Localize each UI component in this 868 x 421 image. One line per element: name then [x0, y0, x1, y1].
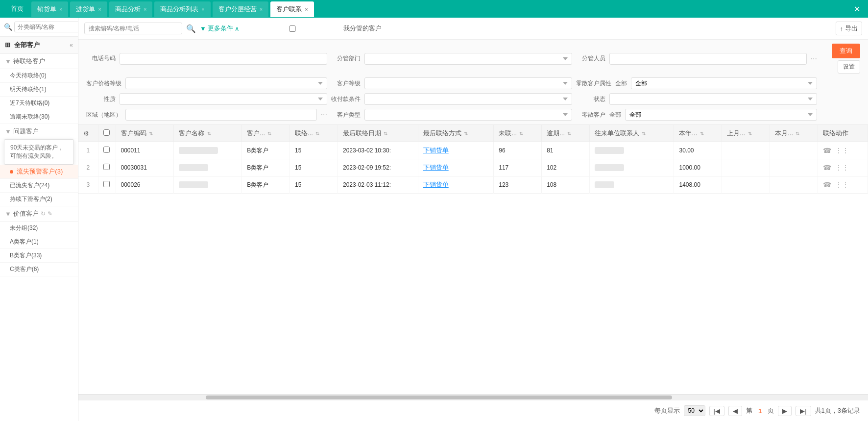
per-page-select[interactable]: 50: [684, 405, 705, 416]
search-input[interactable]: [84, 23, 182, 34]
filter-customer-type-select[interactable]: [364, 109, 572, 121]
th-last-contact-method[interactable]: 最后联络方式 ⇅: [418, 125, 494, 142]
filter-region-more-btn[interactable]: ···: [321, 110, 327, 119]
sidebar-group-pending[interactable]: ▼ 待联络客户: [0, 54, 78, 69]
th-code-sort-icon[interactable]: ⇅: [149, 131, 153, 136]
filter-payment-select[interactable]: [364, 93, 572, 105]
th-name[interactable]: 客户名称 ⇅: [174, 125, 242, 142]
all-customers-header[interactable]: ⊞ 全部客户 «: [0, 37, 78, 54]
row-more-icon-2[interactable]: ⋮⋮: [835, 181, 849, 189]
sidebar-item-7day-contact[interactable]: 近7天待联络(0): [0, 97, 78, 110]
tab-sales[interactable]: 销货单 ×: [31, 1, 68, 17]
row-contact-icon-1[interactable]: ☎: [823, 164, 831, 172]
th-settings[interactable]: ⚙: [78, 125, 98, 142]
th-contact-person[interactable]: 往来单位联系人 ⇅: [590, 125, 674, 142]
sidebar-item-tomorrow-contact[interactable]: 明天待联络(1): [0, 83, 78, 97]
sidebar-item-class-a[interactable]: A类客户(1): [0, 235, 78, 249]
sidebar-item-class-b[interactable]: B类客户(33): [0, 249, 78, 263]
th-this-month-sort-icon[interactable]: ⇅: [796, 131, 799, 136]
filter-nature-select[interactable]: [120, 93, 327, 105]
last-page-button[interactable]: ▶|: [796, 406, 811, 416]
value-refresh-icon[interactable]: ↻: [41, 210, 46, 217]
th-this-year-sort-icon[interactable]: ⇅: [700, 131, 704, 136]
th-last-contact-date-sort-icon[interactable]: ⇅: [384, 131, 387, 136]
filter-status-select[interactable]: [609, 93, 817, 105]
settings-button[interactable]: 设置: [838, 60, 860, 74]
row-select-checkbox-0[interactable]: [103, 147, 110, 153]
row-contact-icon-0[interactable]: ☎: [823, 147, 831, 154]
my-customers-checkbox[interactable]: [243, 25, 341, 32]
home-tab[interactable]: 首页: [4, 0, 30, 18]
sidebar-group-problem[interactable]: ▼ 问题客户: [0, 124, 78, 139]
tab-customer-layer-close[interactable]: ×: [260, 6, 263, 12]
select-all-checkbox[interactable]: [103, 129, 110, 136]
th-overdue[interactable]: 逾期... ⇅: [542, 125, 590, 142]
window-close-button[interactable]: ✕: [850, 2, 864, 16]
th-name-sort-icon[interactable]: ⇅: [207, 131, 211, 136]
sidebar-item-class-c[interactable]: C类客户(6): [0, 263, 78, 276]
row-more-icon-0[interactable]: ⋮⋮: [835, 147, 849, 154]
sidebar-item-ungroup[interactable]: 未分组(32): [0, 222, 78, 235]
filter-price-level-select[interactable]: [125, 77, 327, 89]
row-more-icon-1[interactable]: ⋮⋮: [835, 164, 849, 172]
tab-analysis-list-close[interactable]: ×: [201, 6, 204, 12]
th-contact-person-sort-icon[interactable]: ⇅: [642, 131, 646, 136]
row-last-method-link-0[interactable]: 下销货单: [423, 147, 449, 154]
tab-analysis-list[interactable]: 商品分析列表 ×: [154, 1, 210, 17]
more-filters-button[interactable]: ▼ 更多条件 ∧: [200, 24, 240, 33]
tab-purchase-close[interactable]: ×: [98, 6, 101, 12]
sidebar-item-declining[interactable]: 持续下滑客户(2): [0, 193, 78, 206]
filter-phone-input[interactable]: [120, 53, 327, 65]
tab-purchase[interactable]: 进货单 ×: [70, 1, 107, 17]
filter-person-input[interactable]: [609, 53, 807, 65]
th-this-year[interactable]: 本年... ⇅: [674, 125, 722, 142]
th-type-sort-icon[interactable]: ⇅: [267, 131, 271, 136]
th-type[interactable]: 客户... ⇅: [242, 125, 290, 142]
th-last-month[interactable]: 上月... ⇅: [722, 125, 770, 142]
sidebar-search-input[interactable]: [14, 22, 78, 32]
th-last-contact-date[interactable]: 最后联络日期 ⇅: [338, 125, 418, 142]
row-contact-icon-2[interactable]: ☎: [823, 181, 831, 189]
th-no-contact-sort-icon[interactable]: ⇅: [519, 131, 523, 136]
query-button[interactable]: 查询: [832, 44, 860, 58]
row-overdue-2: 108: [542, 176, 590, 194]
th-overdue-sort-icon[interactable]: ⇅: [567, 131, 571, 136]
sidebar-item-churned[interactable]: 已流失客户(24): [0, 179, 78, 193]
filter-dept-select[interactable]: [364, 53, 572, 65]
sidebar-item-overdue-contact[interactable]: 逾期未联络(30): [0, 110, 78, 124]
th-code[interactable]: 客户编码 ⇅: [116, 125, 174, 142]
first-page-button[interactable]: |◀: [709, 406, 724, 416]
sidebar-item-churn-warning[interactable]: 流失预警客户(3): [0, 165, 78, 179]
th-contact-sort-icon[interactable]: ⇅: [315, 131, 319, 136]
th-this-month[interactable]: 本月... ⇅: [770, 125, 818, 142]
tab-analysis-close[interactable]: ×: [144, 6, 146, 12]
filter-scatter-select[interactable]: 全部: [625, 109, 817, 121]
row-last-method-link-1[interactable]: 下销货单: [423, 164, 449, 171]
sidebar-item-today-contact[interactable]: 今天待联络(0): [0, 69, 78, 83]
filter-scatter-attr-select[interactable]: 全部: [631, 77, 817, 89]
th-last-contact-method-sort-icon[interactable]: ⇅: [464, 131, 468, 136]
filter-person-more-btn[interactable]: ···: [811, 54, 817, 63]
search-button[interactable]: 🔍: [186, 24, 196, 33]
row-select-checkbox-2[interactable]: [103, 181, 110, 187]
tab-sales-close[interactable]: ×: [59, 6, 62, 12]
tab-analysis[interactable]: 商品分析 ×: [109, 1, 152, 17]
sidebar-group-value[interactable]: ▼ 价值客户 ↻ ✎: [0, 206, 78, 222]
filter-customer-level-select[interactable]: [364, 77, 572, 89]
settings-icon[interactable]: ⚙: [83, 130, 89, 137]
horizontal-scrollbar[interactable]: [78, 394, 868, 400]
th-no-contact[interactable]: 未联... ⇅: [494, 125, 542, 142]
prev-page-button[interactable]: ◀: [728, 406, 742, 416]
tab-customer-contact[interactable]: 客户联系 ×: [270, 1, 313, 17]
next-page-button[interactable]: ▶: [778, 406, 792, 416]
value-edit-icon[interactable]: ✎: [48, 210, 52, 217]
tab-customer-layer[interactable]: 客户分层经营 ×: [213, 1, 268, 17]
tab-customer-contact-close[interactable]: ×: [305, 6, 308, 12]
th-last-month-sort-icon[interactable]: ⇅: [748, 131, 752, 136]
filter-region-input[interactable]: [125, 109, 317, 121]
export-button[interactable]: ↑ 导出: [836, 22, 863, 35]
th-contact[interactable]: 联络... ⇅: [290, 125, 338, 142]
table-header-row: ⚙ 客户编码 ⇅ 客户名称 ⇅: [78, 125, 868, 142]
row-select-checkbox-1[interactable]: [103, 164, 110, 170]
row-last-method-link-2[interactable]: 下销货单: [423, 181, 449, 188]
